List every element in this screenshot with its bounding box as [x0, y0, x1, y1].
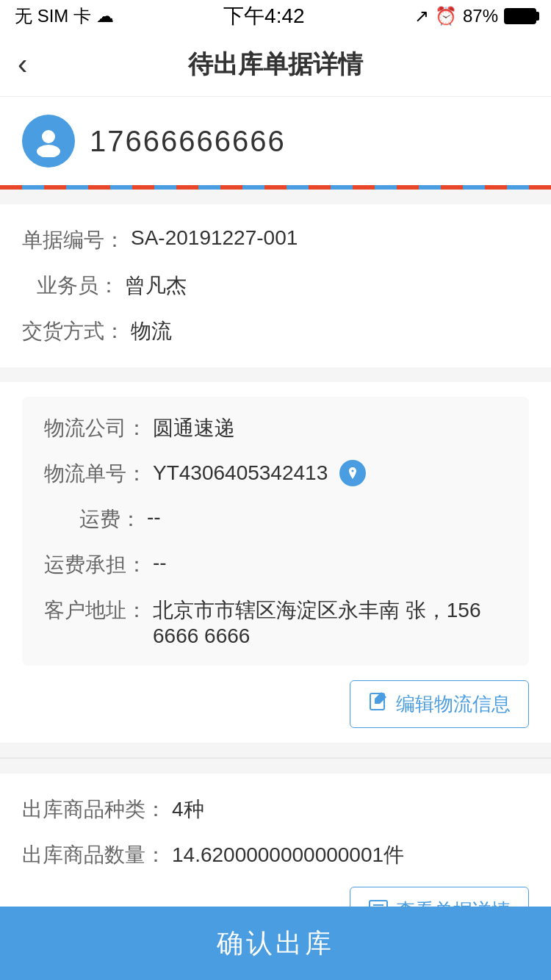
logistics-company-label: 物流公司： [44, 414, 153, 442]
tracking-label: 物流单号： [44, 460, 153, 488]
edit-btn-row: 编辑物流信息 [22, 680, 529, 728]
user-phone: 17666666666 [90, 125, 286, 158]
order-no-value: SA-20191227-001 [131, 226, 529, 250]
sim-wifi-status: 无 SIM 卡 ☁ [15, 4, 114, 28]
freight-label: 运费： [44, 505, 147, 533]
tracking-row: 物流单号： YT43064053424​13 [44, 460, 507, 488]
order-no-label: 单据编号： [22, 226, 131, 254]
goods-type-value: 4种 [172, 796, 529, 824]
dashed-divider [0, 185, 551, 190]
goods-type-label: 出库商品种类： [22, 796, 172, 824]
address-value: 北京市市辖区海淀区永丰南 张，156 6666 6666 [153, 597, 507, 648]
user-header: 17666666666 [0, 97, 551, 185]
nav-bar: ‹ 待出库单据详情 [0, 32, 551, 97]
delivery-method-label: 交货方式： [22, 317, 131, 345]
order-info-section: 单据编号： SA-20191227-001 业务员： 曾凡杰 交货方式： 物流 [0, 204, 551, 367]
logistics-company-value: 圆通速递 [153, 414, 507, 442]
battery-percentage: 87% [463, 6, 498, 26]
page-content: 17666666666 单据编号： SA-20191227-001 业务员： 曾… [0, 97, 551, 980]
logistics-card: 物流公司： 圆通速递 物流单号： YT43064053424​13 运费： -- [22, 397, 529, 666]
salesperson-row: 业务员： 曾凡杰 [22, 272, 529, 300]
goods-quantity-label: 出库商品数量： [22, 841, 172, 869]
status-left: 无 SIM 卡 ☁ [15, 4, 114, 28]
goods-quantity-row: 出库商品数量： 14.620000000000000​1件 [22, 841, 529, 869]
edit-logistics-button[interactable]: 编辑物流信息 [350, 680, 529, 728]
svg-point-1 [37, 145, 60, 157]
status-bar: 无 SIM 卡 ☁ 下午4:42 ↗ ⏰ 87% [0, 0, 551, 32]
status-right: ↗ ⏰ 87% [414, 6, 536, 26]
goods-quantity-value: 14.620000000000000​1件 [172, 841, 529, 869]
delivery-method-value: 物流 [131, 317, 529, 345]
freight-value: -- [147, 505, 507, 529]
logistics-section: 物流公司： 圆通速递 物流单号： YT43064053424​13 运费： -- [0, 382, 551, 743]
alarm-icon: ⏰ [435, 6, 457, 26]
battery-icon [504, 8, 536, 24]
confirm-outbound-button[interactable]: 确认出库 [0, 907, 551, 980]
delivery-method-row: 交货方式： 物流 [22, 317, 529, 345]
separator [0, 757, 551, 759]
freight-bearer-value: -- [153, 551, 507, 574]
freight-bearer-label: 运费承担： [44, 551, 153, 579]
freight-bearer-row: 运费承担： -- [44, 551, 507, 579]
address-row: 客户地址： 北京市市辖区海淀区永丰南 张，156 6666 6666 [44, 597, 507, 648]
edit-icon [368, 691, 389, 717]
freight-row: 运费： -- [44, 505, 507, 533]
salesperson-label: 业务员： [22, 272, 125, 300]
order-no-row: 单据编号： SA-20191227-001 [22, 226, 529, 254]
salesperson-value: 曾凡杰 [125, 272, 529, 300]
location-icon-status: ↗ [414, 6, 429, 26]
tracking-value: YT43064053424​13 [153, 460, 507, 486]
location-pin-icon[interactable] [339, 460, 366, 486]
logistics-company-row: 物流公司： 圆通速递 [44, 414, 507, 442]
confirm-btn-label: 确认出库 [217, 926, 334, 962]
goods-type-row: 出库商品种类： 4种 [22, 796, 529, 824]
status-time: 下午4:42 [223, 2, 305, 30]
back-button[interactable]: ‹ [18, 48, 27, 81]
edit-btn-label: 编辑物流信息 [396, 691, 511, 717]
address-label: 客户地址： [44, 597, 153, 624]
svg-point-0 [42, 130, 55, 143]
page-title: 待出库单据详情 [188, 48, 363, 82]
avatar [22, 115, 75, 167]
